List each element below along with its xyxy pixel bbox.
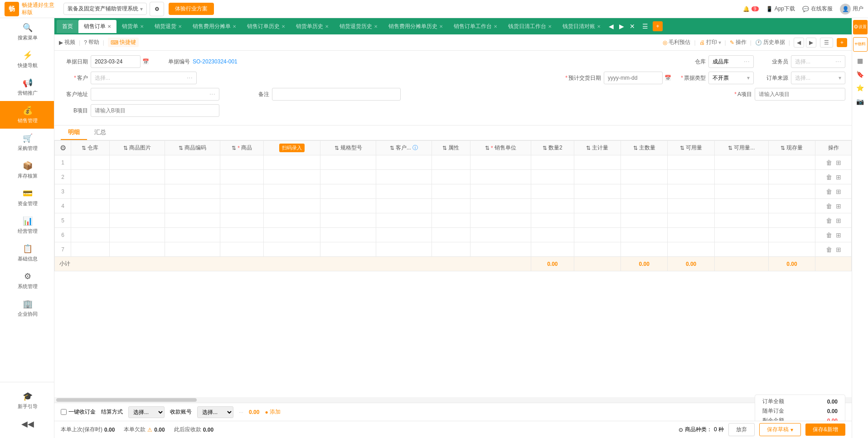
column-settings-icon[interactable]: ⚙ (60, 144, 66, 152)
solution-button[interactable]: 体验行业方案 (169, 3, 214, 15)
operations-link[interactable]: ✎ 操作 (730, 39, 747, 46)
row-copy-btn[interactable]: ⊞ (835, 245, 842, 254)
tab-home[interactable]: 首页 (57, 20, 78, 33)
sidebar-item-basic[interactable]: 📋 基础信息 (0, 239, 54, 267)
tab-close-return-history[interactable]: ✕ (374, 24, 378, 29)
row-delete-btn[interactable]: 🗑 (825, 216, 833, 225)
ra-settings-btn[interactable]: ⚙ 设置 (853, 20, 868, 34)
tab-sales-return[interactable]: 销货退货 ✕ (149, 20, 187, 33)
sidebar-item-guide[interactable]: 🎓 新手引导 (0, 387, 54, 414)
tab-close-fee-split[interactable]: ✕ (233, 24, 236, 29)
shortcut-link[interactable]: ⌨ 快捷键 (108, 38, 139, 47)
row-delete-btn[interactable]: 🗑 (825, 187, 833, 196)
ra-add-btn[interactable]: + 物料 (853, 37, 868, 52)
tab-cash-daily[interactable]: 钱货日清工作台 ✕ (503, 20, 557, 33)
sidebar-item-operations[interactable]: 📊 经营管理 (0, 212, 54, 239)
sidebar-item-quicknav[interactable]: ⚡ 快捷导航 (0, 46, 54, 73)
ra-bookmark-btn[interactable]: 🔖 (854, 68, 867, 81)
customer-addr-input[interactable]: ··· (91, 88, 219, 101)
tab-close-fee-history[interactable]: ✕ (439, 24, 443, 29)
sidebar-item-search[interactable]: 🔍 搜索菜单 (0, 18, 54, 46)
view-video-link[interactable]: ▶ 视频 (59, 39, 75, 46)
print-link[interactable]: 🖨 打印 ▾ (699, 39, 721, 46)
tab-list-btn[interactable]: ☰ (640, 21, 651, 32)
tab-return-history[interactable]: 销货退货历史 ✕ (334, 20, 383, 33)
row-delete-btn[interactable]: 🗑 (825, 173, 833, 182)
receipt-no-select[interactable]: 选择... (197, 406, 233, 418)
ra-grid-btn[interactable]: ▦ (854, 54, 867, 67)
tab-sales-order[interactable]: 销售订单 ✕ (78, 20, 116, 33)
delivery-date-field[interactable] (604, 72, 663, 84)
tab-close-sales-order[interactable]: ✕ (107, 24, 111, 29)
tab-goods-history[interactable]: 销货单历史 ✕ (291, 20, 334, 33)
tab-close-sales-goods[interactable]: ✕ (140, 24, 144, 29)
save-draft-button[interactable]: 保存草稿 ▾ (759, 423, 801, 436)
row-delete-btn[interactable]: 🗑 (825, 231, 833, 240)
ra-photo-btn[interactable]: 📷 (854, 95, 867, 108)
prev-record-btn[interactable]: ◀ (794, 38, 804, 48)
quick-settle-input[interactable] (61, 409, 67, 415)
tab-close-all-btn[interactable]: ✕ (627, 21, 638, 32)
sidebar-item-enterprise[interactable]: 🏢 企业协同 (0, 294, 54, 322)
sidebar-item-purchase[interactable]: 🛒 采购管理 (0, 129, 54, 156)
delivery-calendar-icon[interactable]: 📅 (664, 75, 671, 81)
row-delete-btn[interactable]: 🗑 (825, 245, 833, 254)
user-item[interactable]: 👤 用户 (840, 4, 863, 14)
row-delete-btn[interactable]: 🗑 (825, 158, 833, 167)
tab-summary[interactable]: 汇总 (87, 125, 113, 140)
system-selector[interactable]: 装备及固定资产辅助管理系统 ▾ (63, 3, 147, 15)
list-view-btn[interactable]: ☰ (820, 38, 833, 48)
remark-input[interactable] (272, 88, 401, 101)
profit-forecast-link[interactable]: ◎ 毛利预估 (663, 39, 690, 46)
invoice-select[interactable]: 不开票 ▾ (708, 72, 754, 84)
tab-close-goods-history[interactable]: ✕ (325, 24, 329, 29)
scroll-thumb[interactable] (56, 398, 197, 402)
tab-close-cash-daily[interactable]: ✕ (548, 24, 552, 29)
tab-add-btn[interactable]: + (653, 21, 663, 31)
customer-input[interactable]: 选择... ··· (91, 72, 197, 84)
help-link[interactable]: ? 帮助 (84, 39, 99, 46)
row-copy-btn[interactable]: ⊞ (835, 231, 842, 240)
online-service-item[interactable]: 💬 在线客服 (802, 5, 833, 13)
add-settle-btn[interactable]: ● 添加 (265, 408, 280, 416)
save-new-button[interactable]: 保存&新增 (805, 424, 845, 436)
tab-cash-reconcile[interactable]: 钱货日清对账 ✕ (557, 20, 606, 33)
th-settings[interactable]: ⚙ (55, 141, 71, 155)
sidebar-item-sales[interactable]: 💰 销售管理 (0, 101, 54, 129)
history-link[interactable]: 🕐 历史单据 (755, 39, 785, 46)
tab-close-order-workbench[interactable]: ✕ (494, 24, 497, 29)
discard-button[interactable]: 放弃 (728, 423, 755, 436)
settle-method-select[interactable]: 选择... (128, 406, 165, 418)
tab-prev-btn[interactable]: ◀ (606, 21, 616, 32)
tab-fee-split[interactable]: 销售费用分摊单 ✕ (187, 20, 242, 33)
sidebar-item-inventory[interactable]: 📦 库存核算 (0, 156, 54, 184)
tab-next-btn[interactable]: ▶ (616, 21, 627, 32)
message-icon-item[interactable]: 🔔 9 (743, 6, 759, 12)
calendar-icon[interactable]: 📅 (142, 58, 149, 65)
sidebar-item-finance[interactable]: 💳 资金管理 (0, 184, 54, 212)
date-field[interactable] (91, 55, 141, 68)
tab-detail[interactable]: 明细 (61, 125, 87, 140)
quick-settle-checkbox[interactable]: 一键收订金 (61, 408, 96, 416)
a-project-input[interactable] (755, 88, 845, 101)
tab-order-workbench[interactable]: 销售订单工作台 ✕ (448, 20, 503, 33)
sidebar-item-collapse[interactable]: ◀◀ (0, 414, 54, 433)
save-draft-dropdown-icon[interactable]: ▾ (790, 427, 793, 433)
new-form-btn[interactable]: + (837, 38, 847, 47)
horizontal-scrollbar[interactable] (54, 397, 852, 403)
sidebar-item-system[interactable]: ⚙ 系统管理 (0, 267, 54, 294)
row-copy-btn[interactable]: ⊞ (835, 173, 842, 182)
row-copy-btn[interactable]: ⊞ (835, 216, 842, 225)
row-copy-btn[interactable]: ⊞ (835, 202, 842, 211)
business-input[interactable]: 选择... ··· (791, 55, 845, 68)
tab-sales-goods[interactable]: 销货单 ✕ (116, 20, 149, 33)
row-delete-btn[interactable]: 🗑 (825, 202, 833, 211)
scan-entry-btn[interactable]: 扫码录入 (279, 144, 305, 152)
customer-code-info-icon[interactable]: ⓘ (412, 144, 418, 152)
settings-icon[interactable]: ⚙ (150, 2, 164, 16)
tab-order-history[interactable]: 销售订单历史 ✕ (242, 20, 291, 33)
order-source-input[interactable]: 选择... ▾ (791, 72, 845, 84)
next-record-btn[interactable]: ▶ (806, 38, 816, 48)
app-download-item[interactable]: 📱 App下载 (766, 5, 795, 13)
tab-fee-history[interactable]: 销售费用分摊单历史 ✕ (383, 20, 448, 33)
